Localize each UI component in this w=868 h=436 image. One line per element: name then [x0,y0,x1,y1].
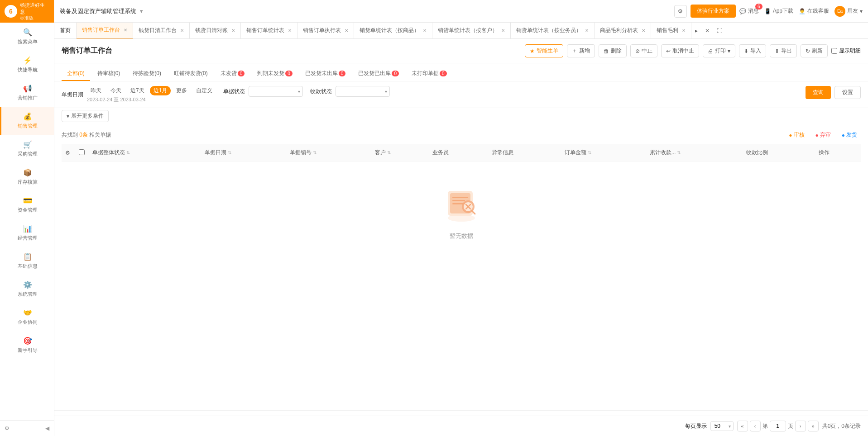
sub-tab-wangpu-pending[interactable]: 旺铺待发货(0) [168,67,213,81]
tab-sales-summary-product[interactable]: 销货单统计表（按商品）✕ [354,23,432,39]
date-opt-yesterday[interactable]: 昨天 [87,86,105,95]
tab-sales-summary-customer[interactable]: 销货单统计表（按客户）✕ [432,23,511,39]
col-date[interactable]: 单据日期 [201,144,286,161]
tab-close-sales-profit[interactable]: ✕ [682,28,686,33]
sidebar-item-system[interactable]: ⚙️系统管理 [0,275,54,303]
set-btn[interactable]: 设置 [834,86,861,99]
sidebar-item-basic-info[interactable]: 📋基础信息 [0,247,54,275]
date-opt-custom[interactable]: 自定义 [192,86,216,95]
sub-tab-pending-audit[interactable]: 待审核(0) [92,67,126,81]
gear-button[interactable]: ⚙ [674,5,687,18]
refresh-btn[interactable]: ↻ 刷新 [801,44,828,57]
sub-tab-not-shipped[interactable]: 未发货0 [215,67,250,81]
page-size-wrapper: 10 20 50 100 [710,421,734,431]
col-amount[interactable]: 订单金额 [561,144,646,161]
tab-close-sales-summary-staff[interactable]: ✕ [585,28,589,33]
query-btn[interactable]: 查询 [806,86,831,99]
status-select[interactable] [249,86,303,97]
sidebar-item-sales[interactable]: 💰销售管理 [0,107,54,135]
tab-close-cash-daily[interactable]: ✕ [180,28,184,33]
col-staff[interactable]: 业务员 [429,144,488,161]
sidebar-item-finance[interactable]: 💳资金管理 [0,191,54,219]
next-page-btn[interactable]: › [795,421,806,431]
delete-btn[interactable]: 🗑 删除 [599,44,627,57]
tab-close-sales-exec[interactable]: ✕ [345,28,348,33]
tab-cash-daily[interactable]: 钱货日清工作台✕ [133,23,190,39]
tab-more-btn[interactable]: ▸ [691,23,701,39]
sidebar-item-marketing[interactable]: 📢营销推广 [0,79,54,107]
revoke-action-btn[interactable]: ● 弃审 [812,129,834,141]
sidebar-item-inventory[interactable]: 📦库存核算 [0,163,54,191]
date-opt-1month[interactable]: 近1月 [150,86,171,95]
sidebar-item-operations[interactable]: 📊经营管理 [0,219,54,247]
system-dropdown-icon[interactable]: ▾ [140,8,143,14]
nav-label-system: 系统管理 [18,291,38,298]
payment-select[interactable] [336,86,390,97]
tab-close-sales-summary-customer[interactable]: ✕ [501,28,505,33]
cancel-stop-btn[interactable]: ↩ 取消中止 [661,44,699,57]
nav-icon-quick-nav: ⚡ [23,56,32,65]
sidebar-item-enterprise[interactable]: 🤝企业协同 [0,303,54,331]
page-input[interactable] [770,421,786,431]
sidebar-settings-icon[interactable]: ⚙ [5,425,10,431]
tab-close-sales-workbench[interactable]: ✕ [124,28,127,33]
tab-close-sales-stats[interactable]: ✕ [288,28,292,33]
sub-tab-all[interactable]: 全部(0) [62,67,90,81]
online-service-btn[interactable]: 👨‍💼 在线客服 [799,7,829,15]
prev-page-btn[interactable]: ‹ [750,421,761,431]
expand-filter-btn[interactable]: ▾ 展开更多条件 [62,110,109,122]
import-btn[interactable]: ⬇ 导入 [739,44,766,57]
tab-maximize-btn[interactable]: ⛶ [713,23,726,39]
sub-tab-overdue-not-shipped[interactable]: 到期未发货0 [252,67,298,81]
tab-sales-exec[interactable]: 销售订单执行表✕ [297,23,354,39]
tab-close-sales-summary-product[interactable]: ✕ [423,28,427,33]
new-btn[interactable]: ＋ 新增 [567,44,595,57]
sidebar-item-guide[interactable]: 🎯新手引导 [0,331,54,359]
date-opt-today[interactable]: 今天 [107,86,125,95]
col-collected[interactable]: 累计收款... [646,144,743,161]
tab-gross-margin[interactable]: 商品毛利分析表✕ [595,23,651,39]
stop-btn[interactable]: ⊘ 中止 [630,44,657,57]
sidebar-item-search[interactable]: 🔍搜索菜单 [0,23,54,51]
col-settings[interactable]: ⚙ [62,144,75,161]
user-info[interactable]: Ea 用友 ▾ [834,6,863,17]
first-page-btn[interactable]: « [737,421,748,431]
sidebar-collapse-icon[interactable]: ◀ [45,425,49,431]
tab-cash-reconcile[interactable]: 钱货日清对账✕ [190,23,241,39]
show-detail-toggle[interactable]: 显示明细 [831,47,861,55]
last-page-btn[interactable]: » [808,421,819,431]
sub-tab-shipped-out[interactable]: 已发货已出库0 [353,67,404,81]
tab-sales-workbench[interactable]: 销售订单工作台✕ [77,23,133,39]
tab-sales-summary-staff[interactable]: 销货单统计表（按业务员）✕ [511,23,595,39]
page-size-select[interactable]: 10 20 50 100 [710,421,734,431]
ship-action-btn[interactable]: ● 发货 [838,129,861,141]
col-customer[interactable]: 客户 [371,144,429,161]
col-number[interactable]: 单据编号 [286,144,371,161]
horizontal-scrollbar[interactable] [54,410,868,416]
tab-sales-profit[interactable]: 销售毛利✕ [651,23,691,39]
tab-close-cash-reconcile[interactable]: ✕ [231,28,235,33]
sidebar-item-purchase[interactable]: 🛒采购管理 [0,135,54,163]
sub-tab-not-printed[interactable]: 未打印单据0 [406,67,452,81]
date-opt-7days[interactable]: 近7天 [127,86,148,95]
approve-action-btn[interactable]: ● 审核 [785,129,808,141]
select-all-checkbox[interactable] [79,149,85,155]
sub-tab-shipped-not-out[interactable]: 已发货未出库0 [300,67,351,81]
app-download-btn[interactable]: 📱 App下载 [764,7,793,15]
tab-home[interactable]: 首页 [54,23,77,39]
smart-create-btn[interactable]: ★ 智能生单 [525,44,563,57]
sidebar-item-quick-nav[interactable]: ⚡快捷导航 [0,51,54,79]
sub-tab-pending-inspect[interactable]: 待拣验货(0) [127,67,167,81]
tab-close-all-btn[interactable]: ✕ [701,23,713,39]
tab-close-gross-margin[interactable]: ✕ [642,28,645,33]
print-btn[interactable]: 🖨 打印 ▾ [703,44,735,57]
date-opt-more[interactable]: 更多 [173,86,191,95]
message-btn[interactable]: 💬 消息 6 [739,7,759,15]
tab-sales-stats[interactable]: 销售订单统计表✕ [241,23,297,39]
col-status[interactable]: 单据整体状态 [89,144,201,161]
nav-icon-system: ⚙️ [23,280,32,289]
industry-btn[interactable]: 体验行业方案 [691,5,736,18]
show-detail-checkbox[interactable] [831,48,837,54]
col-checkbox[interactable] [75,144,89,161]
export-btn[interactable]: ⬆ 导出 [770,44,797,57]
